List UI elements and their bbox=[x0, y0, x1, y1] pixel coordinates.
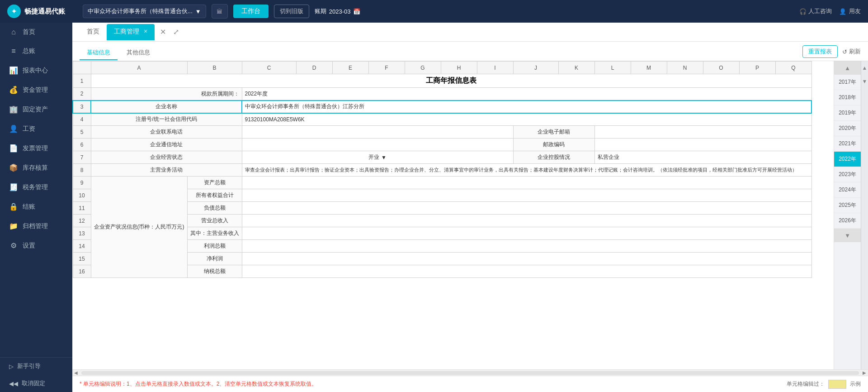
sidebar-item-payroll[interactable]: 👤 工资 bbox=[0, 119, 72, 139]
company-name: 中审众环会计师事务所（特殊普通合伙... bbox=[88, 7, 193, 15]
workbench-button[interactable]: 工作台 bbox=[233, 5, 269, 18]
sidebar-item-home[interactable]: ⌂ 首页 bbox=[0, 23, 72, 42]
equity-label: 所有者权益合计 bbox=[187, 189, 242, 202]
bottom-bar: * 单元格编辑说明：1、点击单元格直接录入数值或文本。2、清空单元格数值或文本恢… bbox=[72, 376, 868, 392]
company-value-cell[interactable]: 中审众环会计师事务所（特殊普通合伙）江苏分所 bbox=[242, 100, 811, 113]
expand-window-button[interactable]: ⤢ bbox=[171, 28, 181, 36]
year-item-2023[interactable]: 2023年 bbox=[834, 167, 861, 182]
col-header-m: M bbox=[631, 62, 667, 74]
period-label-cell: 税款所属期间： bbox=[91, 88, 242, 100]
year-nav-up[interactable]: ▲ bbox=[834, 61, 861, 75]
edit-hint: * 单元格编辑说明：1、点击单元格直接录入数值或文本。2、清空单元格数值或文本恢… bbox=[80, 380, 317, 388]
col-header-q: Q bbox=[775, 62, 811, 74]
revenue-value[interactable] bbox=[242, 215, 811, 227]
row-num-11: 11 bbox=[73, 202, 91, 215]
sidebar-item-finance[interactable]: 💰 资金管理 bbox=[0, 80, 72, 100]
sidebar-item-invoice[interactable]: 📄 发票管理 bbox=[0, 139, 72, 158]
year-item-2019[interactable]: 2019年 bbox=[834, 105, 861, 121]
sub-tab-basic[interactable]: 基础信息 bbox=[80, 46, 118, 60]
sample-label: 示例 bbox=[850, 380, 861, 388]
company-selector[interactable]: 中审众环会计师事务所（特殊普通合伙... ▼ bbox=[83, 5, 206, 18]
tab-close-icon[interactable]: × bbox=[144, 28, 147, 35]
spreadsheet-table: A B C D E F G H I J bbox=[72, 61, 812, 278]
sidebar-item-reports[interactable]: 📊 报表中心 bbox=[0, 61, 72, 80]
year-nav-down[interactable]: ▼ bbox=[834, 229, 861, 242]
year-item-2025[interactable]: 2025年 bbox=[834, 198, 861, 213]
sidebar-item-settings[interactable]: ⚙ 设置 bbox=[0, 236, 72, 255]
header-right: 🎧 人工咨询 👤 用友 bbox=[799, 7, 861, 15]
sidebar-item-label: 报表中心 bbox=[23, 67, 48, 75]
sidebar-item-label: 工资 bbox=[23, 125, 35, 133]
total-assets-value[interactable] bbox=[242, 177, 811, 189]
business-label-cell: 主营业务活动 bbox=[91, 164, 242, 177]
period-value-cell[interactable]: 2022年度 bbox=[242, 88, 811, 100]
sidebar-unpin[interactable]: ◀◀ 取消固定 bbox=[0, 375, 72, 392]
calendar-icon[interactable]: 📅 bbox=[353, 8, 360, 15]
scroll-left-icon[interactable]: ◀ bbox=[74, 370, 78, 375]
net-profit-value[interactable] bbox=[242, 253, 811, 265]
sidebar-item-archive[interactable]: 📁 归档管理 bbox=[0, 216, 72, 236]
company-icon-btn[interactable]: 🏛 bbox=[212, 4, 228, 19]
refresh-button[interactable]: ↺ 刷新 bbox=[842, 48, 861, 56]
sub-tab-other[interactable]: 其他信息 bbox=[119, 46, 157, 60]
liabilities-value[interactable] bbox=[242, 202, 811, 215]
right-collapse-panel[interactable]: ▲ ▼ bbox=[861, 61, 868, 369]
sidebar-item-ledger[interactable]: ≡ 总账 bbox=[0, 42, 72, 61]
tab-business[interactable]: 工商管理 × bbox=[107, 24, 155, 40]
table-row: 6 企业通信地址 邮政编码 bbox=[73, 139, 811, 151]
profit-value[interactable] bbox=[242, 240, 811, 253]
tab-home[interactable]: 首页 bbox=[80, 24, 107, 40]
net-profit-label: 净利润 bbox=[187, 253, 242, 265]
headset-icon: 🎧 bbox=[799, 8, 807, 15]
spreadsheet-container[interactable]: A B C D E F G H I J bbox=[72, 61, 834, 369]
table-row: 2 税款所属期间： 2022年度 bbox=[73, 88, 811, 100]
reset-report-button[interactable]: 重置报表 bbox=[802, 45, 838, 58]
logo-text: 畅捷通易代账 bbox=[24, 7, 65, 16]
address-value-cell[interactable] bbox=[242, 139, 513, 151]
main-layout: ⌂ 首页 ≡ 总账 📊 报表中心 💰 资金管理 🏢 固定资产 👤 工资 📄 发票… bbox=[0, 23, 868, 392]
col-header-f: F bbox=[368, 62, 405, 74]
h-scrollbar-track[interactable] bbox=[81, 371, 859, 375]
equity-value[interactable] bbox=[242, 189, 811, 202]
year-item-2021[interactable]: 2021年 bbox=[834, 136, 861, 152]
year-item-2017[interactable]: 2017年 bbox=[834, 75, 861, 90]
old-version-button[interactable]: 切到旧版 bbox=[274, 5, 309, 18]
year-item-2024[interactable]: 2024年 bbox=[834, 182, 861, 198]
year-item-2020[interactable]: 2020年 bbox=[834, 121, 861, 136]
status-value: 开业 bbox=[368, 153, 379, 161]
email-value-cell[interactable] bbox=[594, 126, 811, 139]
period-area: 账期 2023-03 📅 bbox=[315, 7, 361, 15]
assets-icon: 🏢 bbox=[9, 105, 18, 114]
sidebar-item-label: 结账 bbox=[23, 203, 35, 211]
row-num-12: 12 bbox=[73, 215, 91, 227]
close-window-button[interactable]: ✕ bbox=[158, 28, 168, 36]
holding-value-cell[interactable]: 私营企业 bbox=[594, 151, 811, 164]
sidebar-item-closing[interactable]: 🔒 结账 bbox=[0, 197, 72, 216]
tax-value[interactable] bbox=[242, 265, 811, 278]
year-item-2018[interactable]: 2018年 bbox=[834, 90, 861, 105]
spreadsheet-wrapper: A B C D E F G H I J bbox=[72, 61, 868, 369]
year-item-2026[interactable]: 2026年 bbox=[834, 213, 861, 229]
sample-color-cell bbox=[828, 380, 846, 389]
sidebar-item-label: 库存核算 bbox=[23, 164, 48, 172]
reg-value-cell[interactable]: 91320100MA208E5W6K bbox=[242, 113, 811, 126]
scroll-right-icon[interactable]: ▶ bbox=[863, 370, 866, 375]
sub-tab-other-label: 其他信息 bbox=[127, 49, 150, 56]
year-item-2022[interactable]: 2022年 bbox=[834, 152, 861, 167]
consult-button[interactable]: 🎧 人工咨询 bbox=[799, 7, 832, 15]
row-num-5: 5 bbox=[73, 126, 91, 139]
business-value-cell[interactable]: 审查企业会计报表；出具审计报告；验证企业资本；出具验资报告；办理企业合并、分立、… bbox=[242, 164, 811, 177]
phone-value-cell[interactable] bbox=[242, 126, 513, 139]
sidebar-item-tax[interactable]: 🧾 税务管理 bbox=[0, 177, 72, 197]
sidebar-item-assets[interactable]: 🏢 固定资产 bbox=[0, 100, 72, 119]
table-row: 9 企业资产状况信息(币种：人民币万元) 资产总额 bbox=[73, 177, 811, 189]
status-value-cell[interactable]: 开业 ▼ bbox=[242, 151, 513, 164]
main-revenue-value[interactable] bbox=[242, 227, 811, 240]
sidebar-guide[interactable]: ▷ 新手引导 bbox=[0, 358, 72, 375]
sidebar-item-inventory[interactable]: 📦 库存核算 bbox=[0, 158, 72, 177]
title-cell[interactable]: 工商年报信息表 bbox=[91, 74, 811, 88]
sidebar-bottom: ▷ 新手引导 ◀◀ 取消固定 bbox=[0, 357, 72, 392]
postcode-value-cell[interactable] bbox=[594, 139, 811, 151]
h-scrollbar-area[interactable]: ◀ ▶ bbox=[72, 369, 868, 376]
user-area[interactable]: 👤 用友 bbox=[839, 7, 861, 15]
